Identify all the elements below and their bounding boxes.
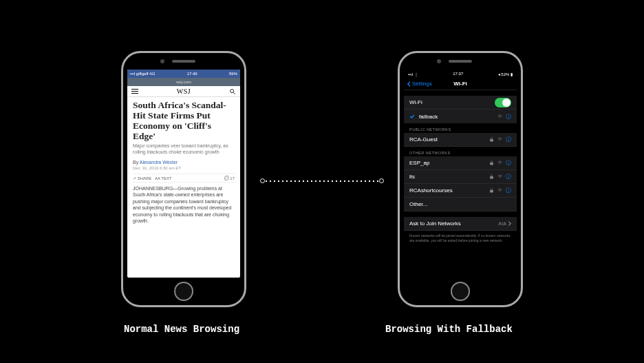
nav-title: Wi-Fi — [453, 81, 466, 87]
public-networks-label: PUBLIC NETWORKS — [404, 123, 517, 133]
screen-left: ••ıl giffgaff 4G 17:40 59% wsj.com WSJ S… — [127, 70, 240, 278]
status-bar: ••ıl giffgaff 4G 17:40 59% — [127, 70, 240, 78]
signal-icon: ••ıl ⋮ — [408, 72, 418, 76]
chevron-left-icon — [407, 81, 411, 87]
ask-footer: Known networks will be joined automatica… — [404, 231, 517, 245]
checkmark-icon — [409, 114, 415, 119]
info-icon[interactable]: ⓘ — [506, 173, 511, 180]
back-button[interactable]: Settings — [407, 81, 432, 87]
other-label: Other... — [409, 201, 427, 207]
network-name: RCA-Guest — [409, 136, 438, 143]
info-icon[interactable]: ⓘ — [506, 113, 511, 121]
network-row[interactable]: ESP_ap ⓘ — [404, 156, 517, 170]
other-networks-label: OTHER NETWORKS — [404, 147, 517, 156]
speaker-grille — [172, 60, 195, 63]
connector-line — [260, 179, 384, 183]
wifi-icon — [497, 160, 502, 165]
ask-label: Ask to Join Networks — [409, 220, 461, 227]
article-paragraph: JOHANNESBURG—Growing problems at South A… — [133, 185, 235, 225]
wifi-icon — [497, 188, 502, 193]
svg-point-0 — [230, 89, 234, 92]
info-icon[interactable]: ⓘ — [506, 136, 511, 143]
lock-icon — [489, 174, 494, 179]
sensor-dot — [160, 59, 164, 63]
network-row[interactable]: its ⓘ — [404, 170, 517, 184]
network-row[interactable]: RCA-Guest ⓘ — [404, 133, 517, 147]
nav-bar: Settings Wi-Fi — [404, 78, 517, 90]
carrier-label: ••ıl giffgaff 4G — [130, 72, 155, 76]
site-logo[interactable]: WSJ — [177, 87, 191, 95]
status-time: 17:37 — [453, 72, 463, 76]
svg-rect-3 — [490, 163, 493, 165]
connected-network-name: fallback — [419, 114, 438, 120]
comments-count[interactable]: 💬 17 — [224, 176, 235, 180]
article-body: South Africa's Scandal-Hit State Firms P… — [127, 97, 240, 227]
menu-icon[interactable] — [131, 87, 138, 95]
ask-to-join-row[interactable]: Ask to Join Networks Ask — [404, 217, 517, 231]
chevron-right-icon — [508, 221, 511, 226]
connected-network-row[interactable]: fallback ⓘ — [404, 110, 517, 123]
phone-frame-right: ••ıl ⋮ 17:37 ◂ 52% ▮ Settings Wi-Fi Wi-F… — [398, 51, 523, 307]
battery-label: 59% — [229, 72, 237, 76]
article-headline: South Africa's Scandal-Hit State Firms P… — [133, 100, 235, 141]
url-bar[interactable]: wsj.com — [127, 78, 240, 86]
connector-dots — [264, 180, 380, 182]
lock-icon — [489, 137, 494, 142]
byline-prefix: By — [133, 160, 140, 165]
wifi-toggle-switch[interactable] — [495, 98, 511, 107]
info-icon[interactable]: ⓘ — [506, 187, 511, 194]
network-row[interactable]: RCAshortcourses ⓘ — [404, 184, 517, 198]
network-name: ESP_ap — [409, 160, 429, 166]
network-name: RCAshortcourses — [409, 187, 453, 194]
speaker-grille — [449, 60, 472, 63]
status-bar: ••ıl ⋮ 17:37 ◂ 52% ▮ — [404, 70, 517, 78]
byline: By Alexandra Wexler — [133, 160, 235, 165]
share-bar: ↗ SHARE AA TEXT 💬 17 — [133, 174, 235, 183]
wifi-icon — [497, 114, 502, 119]
search-icon[interactable] — [229, 85, 236, 98]
lock-icon — [489, 160, 494, 165]
sensor-dot — [437, 59, 441, 63]
wifi-toggle-row[interactable]: Wi-Fi — [404, 96, 517, 110]
ask-value: Ask — [498, 221, 506, 226]
battery-label: ◂ 52% ▮ — [498, 72, 513, 76]
connector-endcap-right — [379, 178, 384, 183]
share-button[interactable]: ↗ SHARE AA TEXT — [133, 176, 172, 180]
network-name: its — [409, 174, 415, 180]
wifi-icon — [497, 174, 502, 179]
wifi-icon — [497, 137, 502, 142]
status-time: 17:40 — [187, 72, 197, 76]
svg-rect-5 — [490, 190, 493, 193]
wifi-label: Wi-Fi — [409, 99, 422, 105]
article-dek: Major companies veer toward bankruptcy, … — [133, 143, 235, 156]
home-button[interactable] — [174, 282, 193, 301]
publish-date: Dec. 31, 2019 6:30 am ET — [133, 166, 235, 170]
author-link[interactable]: Alexandra Wexler — [140, 160, 178, 165]
phone-frame-left: ••ıl giffgaff 4G 17:40 59% wsj.com WSJ S… — [121, 51, 246, 307]
site-header: WSJ — [127, 86, 240, 97]
lock-icon — [489, 188, 494, 193]
caption-left: Normal News Browsing — [124, 324, 239, 335]
svg-line-1 — [233, 92, 235, 94]
svg-rect-2 — [490, 139, 493, 142]
back-label: Settings — [412, 81, 432, 87]
screen-right: ••ıl ⋮ 17:37 ◂ 52% ▮ Settings Wi-Fi Wi-F… — [404, 70, 517, 278]
info-icon[interactable]: ⓘ — [506, 159, 511, 167]
other-network-row[interactable]: Other... — [404, 198, 517, 211]
caption-right: Browsing With Fallback — [385, 324, 513, 335]
home-button[interactable] — [451, 282, 470, 301]
svg-rect-4 — [490, 176, 493, 178]
